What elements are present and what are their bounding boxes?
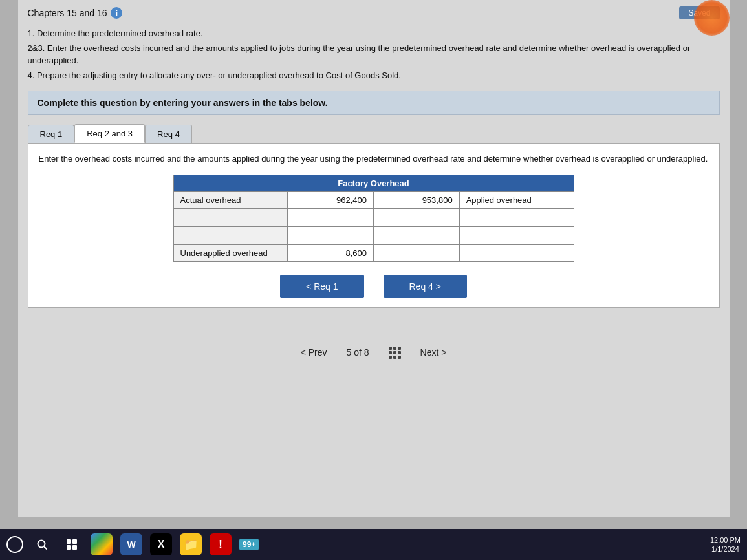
header-row: Chapters 15 and 16 i Saved: [28, 6, 720, 19]
taskbar-notification-badge[interactable]: 99+: [239, 539, 259, 550]
table-row: Actual overhead 962,400 953,800 Applied …: [173, 191, 574, 208]
chapter-title-text: Chapters 15 and 16: [28, 8, 107, 18]
chapter-title: Chapters 15 and 16 i: [28, 7, 123, 19]
instruction-box-text: Complete this question by entering your …: [38, 98, 328, 108]
row3-left-label: [173, 226, 288, 244]
taskbar-time-value: 12:00 PM: [710, 535, 741, 544]
row4-left-value[interactable]: 8,600: [288, 244, 374, 261]
page-info: 5 of 8: [346, 347, 369, 358]
grid-dot: [398, 347, 401, 350]
row2-right-value[interactable]: [373, 208, 459, 226]
taskbar-time: 12:00 PM 1/1/2024: [710, 535, 741, 554]
tab-description: Enter the overhead costs incurred and th…: [39, 153, 709, 166]
row1-right-label: Applied overhead: [459, 191, 574, 208]
row2-right-label: [459, 208, 574, 226]
taskbar-circle-icon[interactable]: [6, 536, 23, 553]
table-row: Underapplied overhead 8,600: [173, 244, 574, 261]
taskbar-taskview-icon[interactable]: [61, 533, 83, 555]
next-page-button[interactable]: Next >: [420, 347, 447, 358]
svg-line-1: [45, 547, 47, 550]
row1-left-value[interactable]: 962,400: [288, 191, 374, 208]
taskbar-right-section: 12:00 PM 1/1/2024: [710, 535, 741, 554]
tab-req1[interactable]: Req 1: [28, 125, 75, 143]
tabs-row: Req 1 Req 2 and 3 Req 4: [28, 124, 720, 143]
svg-rect-5: [72, 545, 77, 550]
prev-page-button[interactable]: < Prev: [301, 347, 327, 358]
row1-left-label: Actual overhead: [173, 191, 288, 208]
req-nav-buttons: < Req 1 Req 4 >: [39, 275, 709, 298]
grid-dot: [389, 356, 392, 359]
grid-dot: [393, 347, 396, 350]
row4-left-label: Underapplied overhead: [173, 244, 288, 261]
taskbar-chrome-app[interactable]: [91, 533, 113, 555]
grid-dot: [389, 351, 392, 354]
taskbar-search-icon[interactable]: [31, 533, 53, 555]
row4-right-label: [459, 244, 574, 261]
svg-rect-2: [67, 539, 71, 544]
tab-req4[interactable]: Req 4: [145, 125, 192, 143]
prev-req-button[interactable]: < Req 1: [280, 275, 363, 298]
table-row: [173, 226, 574, 244]
row1-right-value[interactable]: 953,800: [373, 191, 459, 208]
table-row: [173, 208, 574, 226]
taskbar-date-value: 1/1/2024: [710, 544, 741, 554]
main-container: Chapters 15 and 16 i Saved 1. Determine …: [18, 0, 730, 517]
grid-dot: [393, 351, 396, 354]
table-header: Factory Overhead: [173, 175, 574, 191]
grid-dot: [389, 347, 392, 350]
svg-rect-4: [67, 545, 71, 550]
instruction-box: Complete this question by entering your …: [28, 91, 720, 115]
grid-dot: [398, 356, 401, 359]
factory-overhead-table-section: Factory Overhead Actual overhead 962,400…: [39, 175, 709, 262]
instruction-line3: 4. Prepare the adjusting entry to alloca…: [28, 69, 720, 82]
svg-rect-3: [72, 539, 77, 544]
instruction-line1: 1. Determine the predetermined overhead …: [28, 27, 720, 40]
row2-left-label: [173, 208, 288, 226]
tab-content: Enter the overhead costs incurred and th…: [28, 143, 720, 308]
taskbar-x-app[interactable]: X: [150, 533, 172, 555]
decorative-blob: [694, 0, 730, 36]
factory-overhead-table: Factory Overhead Actual overhead 962,400…: [173, 175, 574, 262]
grid-dot: [393, 356, 396, 359]
row4-right-value[interactable]: [373, 244, 459, 261]
row3-right-label: [459, 226, 574, 244]
taskbar-word-app[interactable]: W: [120, 533, 142, 555]
row3-left-value[interactable]: [288, 226, 374, 244]
row2-left-value[interactable]: [288, 208, 374, 226]
taskbar-alert-app[interactable]: !: [210, 533, 232, 555]
row3-right-value[interactable]: [373, 226, 459, 244]
tab-req2and3[interactable]: Req 2 and 3: [74, 124, 145, 143]
next-req-button[interactable]: Req 4 >: [384, 275, 467, 298]
grid-icon[interactable]: [389, 347, 401, 359]
bottom-nav: < Prev 5 of 8 Next >: [28, 347, 720, 359]
grid-dot: [398, 351, 401, 354]
info-icon[interactable]: i: [111, 7, 122, 19]
taskbar: W X 📁 ! 99+ 12:00 PM 1/1/2024: [0, 529, 747, 560]
taskbar-folder-app[interactable]: 📁: [180, 533, 202, 555]
instruction-line2: 2&3. Enter the overhead costs incurred a…: [28, 42, 720, 67]
instructions-block: 1. Determine the predetermined overhead …: [28, 27, 720, 81]
